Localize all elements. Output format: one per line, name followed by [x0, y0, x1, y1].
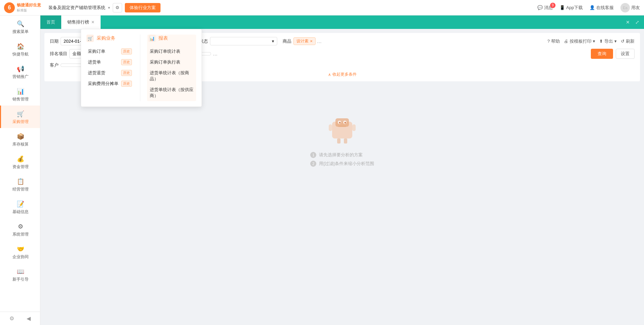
export-btn[interactable]: ⬆ 导出 ▾	[599, 38, 617, 44]
sidebar-item-finance[interactable]: 💰 资金管理	[0, 151, 40, 173]
goods-filter: 商品 设计素 ✕ ...	[283, 37, 321, 45]
main-layout: 🔍 搜索菜单 🏠 快捷导航 📢 营销推广 📊 销售管理 🛒 采购管理 📦 库存核…	[0, 15, 644, 325]
dropdown-purchase-header: 🛒 采购业务	[86, 35, 133, 42]
sidebar-label-purchase: 采购管理	[12, 119, 29, 125]
order-status-filter: 单据状态 ▾	[190, 37, 277, 45]
print-icon: 🖨	[564, 39, 568, 44]
goods-more-btn[interactable]: ...	[317, 38, 321, 44]
sidebar-item-marketing[interactable]: 📢 营销推广	[0, 60, 40, 83]
dropdown-inbound-stat-supplier[interactable]: 进货单统计表（按供应商）	[148, 84, 195, 101]
sidebar-label-basic: 基础信息	[12, 209, 29, 215]
order-status-select[interactable]: ▾	[210, 37, 277, 45]
sidebar-label-search: 搜索菜单	[12, 29, 29, 35]
settings-btn[interactable]: 设置	[616, 49, 635, 59]
sidebar-item-cooperation[interactable]: 🤝 企业协同	[0, 241, 40, 263]
customer-label: 客户	[50, 62, 59, 68]
tab-expand-btn[interactable]: ⤢	[633, 18, 641, 26]
print-btn[interactable]: 🖨 按模板打印 ▾	[564, 38, 595, 44]
sidebar-item-quicknav[interactable]: 🏠 快捷导航	[0, 38, 40, 60]
system-icon: ⚙	[18, 223, 23, 230]
guide-icon: 📖	[17, 268, 24, 275]
sidebar-item-guide[interactable]: 📖 新手引导	[0, 263, 40, 286]
refresh-btn[interactable]: ↺ 刷新	[621, 38, 635, 44]
dropdown-report-col: 📊 报表 采购订单统计表 采购订单执行表 进货单统计表（按商品） 进货单统计表（…	[147, 35, 196, 101]
marketing-icon: 📢	[17, 65, 24, 73]
sidebar-item-purchase[interactable]: 🛒 采购管理	[0, 106, 40, 128]
message-icon: 💬	[537, 5, 543, 10]
tab-home-label: 首页	[46, 19, 55, 25]
finance-icon: 💰	[17, 155, 24, 163]
header-middle: 装备及固定资产辅助管理系统 ▾ ⚙ 体验行业方案	[44, 3, 537, 12]
history-badge-2: 历史	[121, 70, 132, 76]
toolbar-right: ? 帮助 🖨 按模板打印 ▾ ⬆ 导出 ▾	[547, 38, 635, 44]
dropdown-purchase-order-stat[interactable]: 采购订单统计表	[148, 46, 195, 57]
sidebar-label-sales: 销售管理	[12, 96, 29, 102]
chevron-down-icon: ▾	[272, 39, 274, 44]
svg-rect-8	[352, 124, 356, 131]
sys-title-dropdown[interactable]: ▾	[108, 5, 110, 10]
tab-close-btn-right[interactable]: ✕	[624, 18, 632, 26]
phone-icon: 📱	[560, 5, 565, 10]
help-btn[interactable]: ? 帮助	[547, 38, 560, 44]
tab-sales-rank[interactable]: 销售排行榜 ✕	[61, 15, 101, 29]
date-label: 日期	[50, 38, 59, 44]
svg-point-4	[339, 122, 341, 124]
dropdown-inbound-stat-goods[interactable]: 进货单统计表（按商品）	[148, 68, 195, 84]
inventory-icon: 📦	[17, 133, 24, 140]
user-avatar: Ea	[620, 3, 630, 12]
sidebar-item-operation[interactable]: 📋 经营管理	[0, 173, 40, 196]
settings-bottom-icon[interactable]: ⚙	[9, 315, 14, 322]
history-badge-1: 历史	[121, 59, 132, 65]
dropdown-purchase-col: 🛒 采购业务 采购订单 历史 进货单 历史 进货退货 历史 采购费用分摊单	[86, 35, 133, 101]
empty-tips: 1 请先选择要分析的方案 2 用[过滤]条件来缩小分析范围	[310, 152, 374, 167]
tab-close-btn[interactable]: ✕	[91, 20, 95, 25]
dropdown-purchase-cost[interactable]: 采购费用分摊单 历史	[86, 78, 133, 89]
dropdown-report-header: 📊 报表	[148, 35, 195, 42]
chevron-up-icon: ∧	[328, 72, 331, 77]
app-download-btn[interactable]: 📱 App下载	[560, 5, 583, 11]
goods-tag-close[interactable]: ✕	[310, 39, 313, 43]
history-badge-0: 历史	[121, 48, 132, 54]
sys-title: 装备及固定资产辅助管理系统	[48, 5, 105, 11]
industry-btn[interactable]: 体验行业方案	[125, 3, 160, 12]
empty-illustration	[322, 112, 362, 145]
salesperson-more-btn[interactable]: ...	[213, 51, 217, 57]
sidebar-label-quicknav: 快捷导航	[12, 51, 29, 57]
sidebar-label-finance: 资金管理	[12, 164, 29, 170]
message-btn[interactable]: 💬 消息 9	[537, 5, 553, 11]
svg-rect-6	[338, 126, 346, 127]
export-dropdown-icon[interactable]: ▾	[614, 39, 617, 44]
header-right: 💬 消息 9 📱 App下载 👤 在线客服 Ea 用友	[537, 3, 640, 12]
dropdown-purchase-order[interactable]: 采购订单 历史	[86, 46, 133, 57]
header-settings-btn[interactable]: ⚙	[113, 3, 122, 12]
collapse-btn[interactable]: ∧ 收起更多条件	[328, 72, 357, 77]
goods-label: 商品	[283, 38, 291, 44]
svg-rect-9	[337, 138, 341, 144]
sidebar-item-inventory[interactable]: 📦 库存核算	[0, 128, 40, 151]
help-icon: ?	[547, 39, 550, 44]
print-dropdown-icon[interactable]: ▾	[593, 39, 595, 44]
goods-tag: 设计素 ✕	[293, 37, 316, 45]
tab-bar: 首页 销售排行榜 ✕ ✕ ⤢	[40, 15, 644, 29]
col-divider	[140, 35, 140, 101]
tab-home[interactable]: 首页	[40, 15, 61, 29]
dropdown-purchase-return[interactable]: 进货退货 历史	[86, 68, 133, 78]
report-col-icon: 📊	[148, 35, 156, 42]
query-btn[interactable]: 查询	[591, 49, 613, 59]
user-btn[interactable]: Ea 用友	[620, 3, 640, 12]
dropdown-purchase-inbound[interactable]: 进货单 历史	[86, 57, 133, 68]
sidebar-item-basic[interactable]: 📝 基础信息	[0, 196, 40, 218]
dropdown-purchase-order-exec[interactable]: 采购订单执行表	[148, 57, 195, 68]
online-service-btn[interactable]: 👤 在线客服	[589, 5, 614, 11]
home-icon: 🏠	[17, 43, 24, 50]
service-icon: 👤	[589, 5, 595, 10]
sidebar-item-sales[interactable]: 📊 销售管理	[0, 83, 40, 106]
top-header: 6 畅捷通好生意 标准版 装备及固定资产辅助管理系统 ▾ ⚙ 体验行业方案 💬 …	[0, 0, 644, 15]
collapse-sidebar-icon[interactable]: ◀	[27, 315, 31, 322]
svg-rect-10	[344, 138, 347, 144]
tab-sales-rank-label: 销售排行榜	[67, 19, 89, 25]
purchase-dropdown-menu: 🛒 采购业务 采购订单 历史 进货单 历史 进货退货 历史 采购费用分摊单	[81, 29, 202, 107]
sidebar-item-system[interactable]: ⚙ 系统管理	[0, 218, 40, 241]
svg-rect-7	[329, 124, 332, 131]
sidebar-item-search[interactable]: 🔍 搜索菜单	[0, 15, 40, 38]
